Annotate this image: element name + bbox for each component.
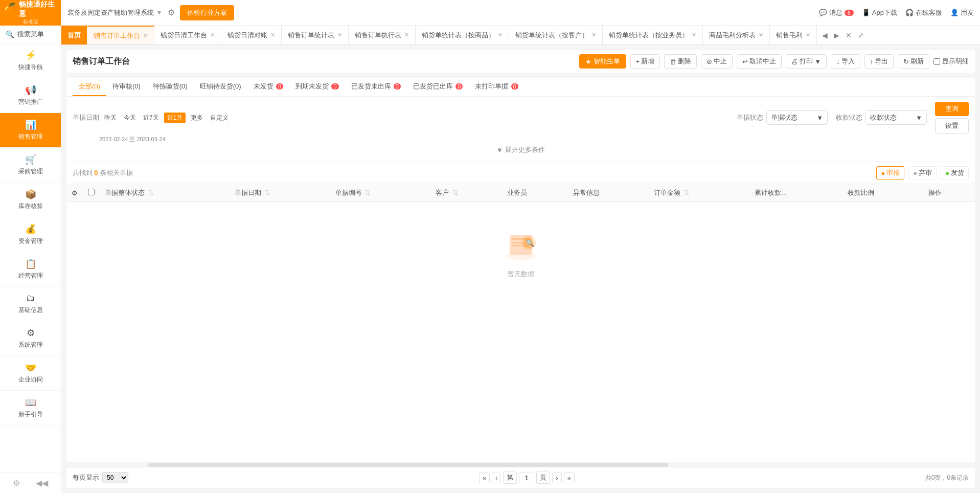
stop-button[interactable]: ⊘ 中止 <box>701 54 733 69</box>
table-container[interactable]: ⚙ 单据整体状态 ⇅ 单据日期 ⇅ <box>66 184 975 462</box>
tab-sales-stat-staff[interactable]: 销货单统计表（按业务员） ✕ <box>603 26 703 45</box>
horizontal-scrollbar[interactable] <box>66 462 975 467</box>
tab-cash-reconcile-close[interactable]: ✕ <box>270 32 275 38</box>
print-button[interactable]: 🖨 打印 ▼ <box>786 54 827 69</box>
ship-button[interactable]: ● 发货 <box>941 166 969 180</box>
tab-sales-stat-staff-close[interactable]: ✕ <box>692 32 696 38</box>
current-page-input[interactable] <box>519 473 534 483</box>
first-page-icon[interactable]: « <box>479 473 490 483</box>
topbar-settings-icon[interactable]: ⚙ <box>168 8 175 17</box>
sub-tab-shipped-not-out[interactable]: 已发货未出库 0 <box>345 78 407 96</box>
import-button[interactable]: ↓ 导入 <box>831 54 860 69</box>
sidebar-item-purchase[interactable]: 🛒 采购管理 <box>0 148 61 183</box>
trial-industry-button[interactable]: 体验行业方案 <box>180 5 234 20</box>
th-staff[interactable]: 业务员 <box>502 184 568 202</box>
export-button[interactable]: ↑ 导出 <box>864 54 894 69</box>
date-opt-custom[interactable]: 自定义 <box>208 113 231 123</box>
cancel-audit-button[interactable]: ● 弃审 <box>908 166 937 180</box>
prev-page-icon[interactable]: ‹ <box>492 473 501 483</box>
sidebar-item-guide[interactable]: 📖 新手引导 <box>0 391 61 425</box>
date-opt-1month[interactable]: 近1月 <box>164 113 186 123</box>
tab-sales-profit[interactable]: 销售毛利 ✕ <box>770 26 817 45</box>
sub-tab-not-shipped[interactable]: 未发货 0 <box>247 78 289 96</box>
sidebar-search[interactable]: 🔍 搜索菜单 <box>0 26 61 43</box>
tab-sales-stat-product[interactable]: 销货单统计表（按商品） ✕ <box>416 26 509 45</box>
tab-sales-stat[interactable]: 销售订单统计表 ✕ <box>282 26 349 45</box>
show-detail-checkbox-label[interactable]: 显示明细 <box>933 57 969 66</box>
audit-button[interactable]: ● 审核 <box>876 166 904 180</box>
tab-sales-stat-customer[interactable]: 销货单统计表（按客户） ✕ <box>509 26 603 45</box>
sub-tab-all[interactable]: 全部(0) <box>73 78 106 96</box>
sub-tab-wangpu[interactable]: 旺铺待发货(0) <box>194 78 247 96</box>
tab-cash-reconcile[interactable]: 钱货日清对账 ✕ <box>221 26 282 45</box>
tabs-prev-icon[interactable]: ◀ <box>820 30 830 40</box>
smart-order-button[interactable]: ★ 智能生单 <box>579 54 626 69</box>
tab-cash-daily-close[interactable]: ✕ <box>210 32 215 38</box>
tabs-maximize-icon[interactable]: ⤢ <box>856 30 866 40</box>
tab-sales-exec[interactable]: 销售订单执行表 ✕ <box>349 26 416 45</box>
cancel-stop-button[interactable]: ↩ 取消中止 <box>737 54 782 69</box>
tab-sales-stat-product-close[interactable]: ✕ <box>498 32 503 38</box>
sidebar-item-sales[interactable]: 📊 销售管理 <box>0 113 61 148</box>
sidebar-item-ops[interactable]: 📋 经营管理 <box>0 252 61 287</box>
collapse-icon[interactable]: ◀◀ <box>36 478 48 488</box>
th-received[interactable]: 累计收款... <box>749 184 842 202</box>
new-button[interactable]: + 新增 <box>630 54 660 69</box>
th-number[interactable]: 单据编号 ⇅ <box>330 184 431 202</box>
sidebar-item-system[interactable]: ⚙ 系统管理 <box>0 321 61 356</box>
tab-sales-exec-close[interactable]: ✕ <box>404 32 409 38</box>
date-opt-7days[interactable]: 近7天 <box>141 113 161 123</box>
th-amount[interactable]: 订单金额 ⇅ <box>649 184 749 202</box>
th-checkbox[interactable] <box>83 184 100 202</box>
user-menu[interactable]: 👤 用友 <box>950 8 974 17</box>
system-title-dropdown[interactable]: 装备及固定资产辅助管理系统 ▼ <box>67 8 163 17</box>
per-page-select[interactable]: 50 100 200 <box>102 472 128 483</box>
refresh-button[interactable]: ↻ 刷新 <box>898 54 929 69</box>
query-button[interactable]: 查询 <box>935 102 969 116</box>
date-opt-today[interactable]: 今天 <box>122 113 138 123</box>
tab-sales-order[interactable]: 销售订单工作台 ✕ <box>87 26 154 45</box>
sidebar-item-collab[interactable]: 🤝 企业协同 <box>0 356 61 391</box>
tab-product-margin[interactable]: 商品毛利分析表 ✕ <box>703 26 770 45</box>
date-opt-more[interactable]: 更多 <box>189 113 205 123</box>
sidebar-item-basic[interactable]: 🗂 基础信息 <box>0 287 61 321</box>
scrollbar-track[interactable] <box>148 463 668 467</box>
date-opt-yesterday[interactable]: 昨天 <box>102 113 119 123</box>
tab-sales-profit-close[interactable]: ✕ <box>806 32 810 38</box>
th-date[interactable]: 单据日期 ⇅ <box>230 184 330 202</box>
sidebar-item-inventory[interactable]: 📦 库存核算 <box>0 183 61 217</box>
app-download-button[interactable]: 📱 App下载 <box>862 8 897 17</box>
set-button[interactable]: 设置 <box>935 118 969 133</box>
next-page-icon[interactable]: › <box>552 473 561 483</box>
sub-tab-pending[interactable]: 待审核(0) <box>106 78 147 96</box>
th-exception[interactable]: 异常信息 <box>568 184 649 202</box>
sub-tab-pending-check[interactable]: 待拣验货(0) <box>147 78 194 96</box>
message-button[interactable]: 💬 消息 6 <box>819 8 854 17</box>
delete-button[interactable]: 🗑 删除 <box>664 54 697 69</box>
tab-cash-daily[interactable]: 钱货日清工作台 ✕ <box>154 26 221 45</box>
sub-tab-shipped-out[interactable]: 已发货已出库 0 <box>407 78 469 96</box>
sidebar-item-promo[interactable]: 📢 营销推广 <box>0 78 61 113</box>
tab-home[interactable]: 首页 <box>61 26 87 45</box>
last-page-icon[interactable]: » <box>564 473 575 483</box>
tab-product-margin-close[interactable]: ✕ <box>759 32 763 38</box>
tabs-close-all-icon[interactable]: ✕ <box>844 30 854 40</box>
sidebar-item-quicknav[interactable]: ⚡ 快捷导航 <box>0 43 61 78</box>
expand-button[interactable]: ▼ 展开更多条件 <box>496 145 545 154</box>
sidebar-item-finance[interactable]: 💰 资金管理 <box>0 217 61 252</box>
payment-select[interactable]: 收款状态 ▼ <box>865 110 927 125</box>
sub-tab-expired[interactable]: 到期未发货 0 <box>289 78 345 96</box>
tab-sales-order-close[interactable]: ✕ <box>143 32 148 39</box>
tab-sales-stat-customer-close[interactable]: ✕ <box>591 32 596 38</box>
select-all-checkbox[interactable] <box>88 189 95 195</box>
th-status[interactable]: 单据整体状态 ⇅ <box>100 184 230 202</box>
th-customer[interactable]: 客户 ⇅ <box>430 184 502 202</box>
tabs-next-icon[interactable]: ▶ <box>832 30 841 40</box>
settings-icon[interactable]: ⚙ <box>13 478 20 488</box>
online-service-button[interactable]: 🎧 在线客服 <box>905 8 942 17</box>
sub-tab-not-printed[interactable]: 未打印单据 0 <box>469 78 524 96</box>
th-ratio[interactable]: 收款比例 <box>842 184 923 202</box>
tab-sales-stat-close[interactable]: ✕ <box>337 32 342 38</box>
show-detail-checkbox[interactable] <box>933 58 940 65</box>
status-select[interactable]: 单据状态 ▼ <box>766 110 828 125</box>
